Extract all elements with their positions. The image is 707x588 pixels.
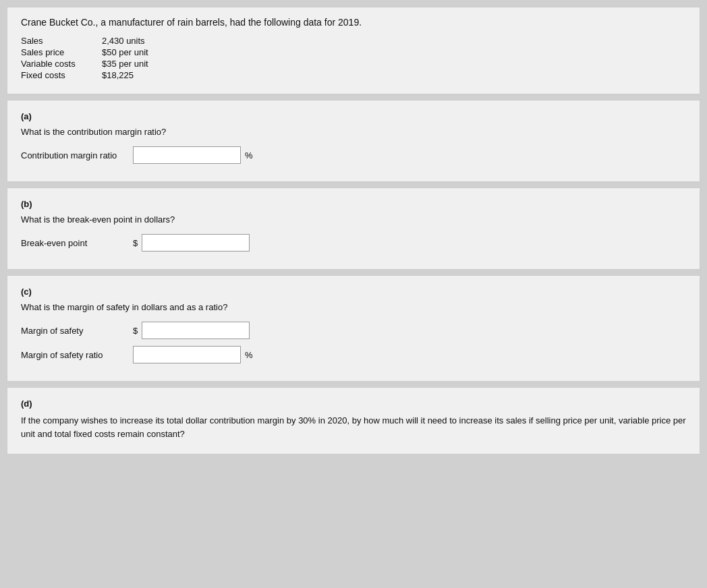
break-even-input[interactable]: [142, 234, 250, 252]
break-even-label: Break-even point: [21, 238, 129, 248]
contribution-margin-suffix: %: [245, 150, 253, 160]
break-even-row: Break-even point $: [21, 234, 686, 252]
contribution-margin-row: Contribution margin ratio %: [21, 146, 686, 164]
section-a-question: What is the contribution margin ratio?: [21, 127, 686, 137]
section-d: (d) If the company wishes to increase it…: [7, 387, 700, 454]
margin-safety-ratio-row: Margin of safety ratio %: [21, 346, 686, 363]
contribution-margin-input[interactable]: [133, 146, 241, 164]
variable-costs-value: $35 per unit: [102, 59, 148, 69]
margin-safety-ratio-label: Margin of safety ratio: [21, 350, 129, 360]
section-a-letter: (a): [21, 111, 686, 121]
margin-safety-input[interactable]: [142, 322, 250, 339]
sales-price-row: Sales price $50 per unit: [21, 47, 686, 57]
fixed-costs-row: Fixed costs $18,225: [21, 70, 686, 80]
page-container: Crane Bucket Co., a manufacturer of rain…: [7, 7, 700, 454]
fixed-costs-value: $18,225: [102, 70, 134, 80]
section-b-question: What is the break-even point in dollars?: [21, 214, 686, 225]
margin-safety-prefix: $: [133, 326, 138, 336]
section-d-letter: (d): [21, 399, 686, 409]
margin-safety-label: Margin of safety: [21, 326, 129, 336]
section-a: (a) What is the contribution margin rati…: [7, 100, 700, 182]
section-d-text: If the company wishes to increase its to…: [21, 414, 686, 440]
section-b: (b) What is the break-even point in doll…: [7, 187, 700, 270]
sales-price-label: Sales price: [21, 47, 102, 57]
section-c: (c) What is the margin of safety in doll…: [7, 275, 700, 382]
section-c-letter: (c): [21, 287, 686, 297]
margin-safety-row: Margin of safety $: [21, 322, 686, 339]
break-even-prefix: $: [133, 238, 138, 248]
margin-safety-ratio-input[interactable]: [133, 346, 241, 363]
variable-costs-row: Variable costs $35 per unit: [21, 59, 686, 69]
intro-title: Crane Bucket Co., a manufacturer of rain…: [21, 17, 686, 28]
sales-value: 2,430 units: [102, 36, 145, 46]
section-c-question: What is the margin of safety in dollars …: [21, 302, 686, 312]
section-b-letter: (b): [21, 199, 686, 209]
sales-label: Sales: [21, 36, 102, 46]
contribution-margin-label: Contribution margin ratio: [21, 150, 129, 160]
intro-section: Crane Bucket Co., a manufacturer of rain…: [7, 7, 700, 94]
variable-costs-label: Variable costs: [21, 59, 102, 69]
sales-price-value: $50 per unit: [102, 47, 148, 57]
fixed-costs-label: Fixed costs: [21, 70, 102, 80]
data-rows: Sales 2,430 units Sales price $50 per un…: [21, 36, 686, 80]
margin-safety-ratio-suffix: %: [245, 350, 253, 360]
sales-row: Sales 2,430 units: [21, 36, 686, 46]
